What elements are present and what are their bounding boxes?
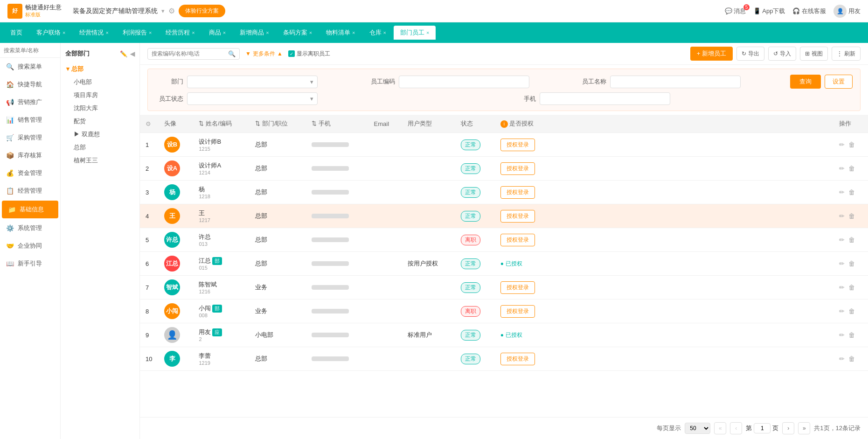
tab-warehouse[interactable]: 仓库 × <box>363 26 393 40</box>
tab-customer[interactable]: 客户联络 × <box>30 26 72 40</box>
dept-collapse-icon[interactable]: ◀ <box>130 50 135 57</box>
sidebar-item-purchase[interactable]: 🛒采购管理 <box>0 129 60 146</box>
message-btn[interactable]: 💬 消息 5 <box>725 7 746 15</box>
delete-btn[interactable]: 🗑 <box>848 284 855 291</box>
filter-status-select[interactable]: ▾ <box>187 92 318 105</box>
edit-btn[interactable]: ✏ <box>839 355 845 362</box>
col-dept[interactable]: ⇅ 部门/职位 <box>250 115 306 133</box>
system-title-dropdown[interactable]: ▾ <box>161 7 165 14</box>
auth-btn[interactable]: 授权登录 <box>500 281 535 294</box>
filter-empname-input[interactable] <box>610 76 741 88</box>
user-area[interactable]: 👤 用友 <box>833 5 861 18</box>
dept-node-headquarters-root[interactable]: ▾ 总部 <box>61 63 139 76</box>
add-employee-btn[interactable]: + 新增员工 <box>690 47 733 61</box>
filter-empcode-input[interactable] <box>399 76 529 88</box>
edit-btn[interactable]: ✏ <box>839 284 845 291</box>
dept-node-shenyang[interactable]: 沈阳大库 <box>68 102 139 115</box>
col-phone[interactable]: ⇅ 手机 <box>306 115 368 133</box>
auth-btn[interactable]: 授权登录 <box>500 186 535 199</box>
delete-btn[interactable]: 🗑 <box>848 260 855 267</box>
page-size-select[interactable]: 50 100 <box>685 423 710 434</box>
online-service-btn[interactable]: 🎧 在线客服 <box>792 7 826 15</box>
edit-btn[interactable]: ✏ <box>839 141 845 148</box>
show-resign-toggle[interactable]: ✓ 显示离职员工 <box>288 50 330 58</box>
tab-operation[interactable]: 经营情况 × <box>73 26 115 40</box>
auth-btn[interactable]: 授权登录 <box>500 162 535 175</box>
dept-node-shuanglu[interactable]: ▶ 双鹿想 <box>68 128 139 141</box>
settings-icon[interactable]: ⚙ <box>168 7 175 15</box>
import-btn[interactable]: ↺ 导入 <box>768 47 796 61</box>
sidebar-item-search[interactable]: 🔍搜索菜单 <box>0 58 60 76</box>
delete-btn[interactable]: 🗑 <box>848 331 855 339</box>
dept-node-peihuo[interactable]: 配货 <box>68 115 139 128</box>
view-btn[interactable]: ⊞ 视图 <box>800 47 828 61</box>
delete-btn[interactable]: 🗑 <box>848 355 855 362</box>
edit-btn[interactable]: ✏ <box>839 331 845 339</box>
sidebar-item-system[interactable]: ⚙️系统管理 <box>0 219 60 237</box>
sidebar-item-inventory[interactable]: 📦库存核算 <box>0 146 60 164</box>
auth-btn[interactable]: 授权登录 <box>500 234 535 246</box>
auth-btn[interactable]: 授权登录 <box>500 139 535 151</box>
delete-btn[interactable]: 🗑 <box>848 307 855 315</box>
sidebar-item-sales[interactable]: 📊销售管理 <box>0 111 60 129</box>
auth-btn[interactable]: 授权登录 <box>500 305 535 318</box>
page-last-btn[interactable]: » <box>798 422 810 434</box>
dept-node-zongbu[interactable]: 总部 <box>68 141 139 154</box>
trial-btn[interactable]: 体验行业方案 <box>179 5 225 17</box>
page-next-btn[interactable]: › <box>782 422 794 434</box>
page-prev-btn[interactable]: ‹ <box>730 422 742 434</box>
app-download-btn[interactable]: 📱 App下载 <box>753 7 785 15</box>
query-btn[interactable]: 查询 <box>790 75 821 89</box>
dept-edit-icon[interactable]: ✏️ <box>120 50 127 57</box>
more-filter-btn[interactable]: ▼ 更多条件 ▲ <box>245 50 283 58</box>
auth-info-icon[interactable]: i <box>500 120 508 128</box>
delete-btn[interactable]: 🗑 <box>848 236 855 244</box>
page-first-btn[interactable]: « <box>714 422 726 434</box>
sidebar-search-input[interactable] <box>4 47 61 54</box>
sidebar-item-quicknav[interactable]: 🏠快捷导航 <box>0 76 60 93</box>
tab-history[interactable]: 经营历程 × <box>159 26 201 40</box>
search-btn-icon[interactable]: 🔍 <box>228 50 236 57</box>
row-avatar: 杨 <box>159 181 193 204</box>
more-ops-btn[interactable]: ⋮ 刷新 <box>832 47 861 61</box>
col-settings[interactable]: ⚙ <box>140 115 159 133</box>
tab-add-goods[interactable]: 新增商品 × <box>233 26 275 40</box>
row-status: 正常 <box>455 157 495 181</box>
edit-btn[interactable]: ✏ <box>839 260 845 267</box>
edit-btn[interactable]: ✏ <box>839 236 845 244</box>
search-input[interactable] <box>152 50 226 57</box>
filter-dept-select[interactable]: ▾ <box>187 76 318 88</box>
edit-btn[interactable]: ✏ <box>839 212 845 220</box>
page-input[interactable] <box>754 423 771 433</box>
sidebar-item-marketing[interactable]: 📢营销推广 <box>0 93 60 111</box>
sidebar-item-guide[interactable]: 📖新手引导 <box>0 255 60 272</box>
edit-btn[interactable]: ✏ <box>839 165 845 172</box>
sidebar-item-basic[interactable]: 📁基础信息 <box>2 201 58 218</box>
auth-btn[interactable]: 授权登录 <box>500 210 535 223</box>
delete-btn[interactable]: 🗑 <box>848 188 855 196</box>
tab-bom[interactable]: 物料清单 × <box>319 26 361 40</box>
dept-node-xiaodian[interactable]: 小电部 <box>68 76 139 89</box>
edit-btn[interactable]: ✏ <box>839 307 845 315</box>
tab-dept-employee[interactable]: 部门员工 × <box>394 26 436 40</box>
show-resign-checkbox[interactable]: ✓ <box>288 50 295 57</box>
row-spacer <box>554 276 833 300</box>
sidebar-item-finance[interactable]: 💰资金管理 <box>0 164 60 182</box>
dept-node-projroom[interactable]: 项目库房 <box>68 89 139 102</box>
delete-btn[interactable]: 🗑 <box>848 141 855 148</box>
sidebar-item-collab[interactable]: 🤝企业协同 <box>0 237 60 255</box>
tab-goods[interactable]: 商品 × <box>202 26 232 40</box>
tab-barcode[interactable]: 条码方案 × <box>277 26 319 40</box>
tab-profit[interactable]: 利润报告 × <box>116 26 158 40</box>
delete-btn[interactable]: 🗑 <box>848 165 855 172</box>
filter-phone-input[interactable] <box>540 92 670 105</box>
edit-btn[interactable]: ✏ <box>839 188 845 196</box>
dept-node-zhishu[interactable]: 植树王三 <box>68 154 139 167</box>
auth-btn[interactable]: 授权登录 <box>500 353 535 365</box>
tab-home[interactable]: 首页 <box>4 26 29 40</box>
sidebar-item-business[interactable]: 📋经营管理 <box>0 182 60 200</box>
col-name[interactable]: ⇅ 姓名/编码 <box>193 115 250 133</box>
set-btn[interactable]: 设置 <box>825 75 853 89</box>
export-btn[interactable]: ↻ 导出 <box>736 47 764 61</box>
delete-btn[interactable]: 🗑 <box>848 212 855 220</box>
